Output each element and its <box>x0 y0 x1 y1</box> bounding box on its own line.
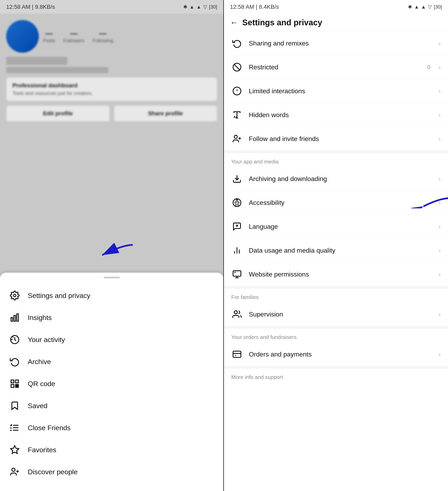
settings-item-website-permissions[interactable]: Website permissions › <box>224 263 448 286</box>
settings-icon <box>9 290 20 301</box>
sheet-handle <box>104 277 120 278</box>
avatar <box>6 20 39 53</box>
close-friends-icon: ✦ ✦ ✦ <box>9 422 20 434</box>
menu-item-discover-people[interactable]: Discover people <box>0 461 223 483</box>
chevron-orders: › <box>438 351 441 358</box>
svg-text:✦: ✦ <box>10 425 12 426</box>
left-panel: 12:58 AM | 9.8KB/s ✱ ▲ ▲ ▽ [30] — Posts … <box>0 0 224 491</box>
website-permissions-label: Website permissions <box>249 271 432 278</box>
archiving-label: Archiving and downloading <box>249 175 432 183</box>
activity-icon <box>9 334 20 345</box>
close-friends-label: Close Friends <box>28 424 71 432</box>
svg-rect-52 <box>233 351 241 358</box>
edit-profile-button[interactable]: Edit profile <box>6 105 110 122</box>
accessibility-icon <box>231 197 243 208</box>
accessibility-label: Accessibility <box>249 199 432 207</box>
menu-item-settings-privacy[interactable]: Settings and privacy <box>0 284 223 307</box>
restricted-value: 0 <box>427 64 430 70</box>
share-profile-button[interactable]: Share profile <box>114 105 217 122</box>
bluetooth-icon: ✱ <box>183 4 187 10</box>
settings-item-sharing-remixes[interactable]: Sharing and remixes › <box>224 31 448 55</box>
svg-point-0 <box>13 294 16 297</box>
data-usage-label: Data usage and media quality <box>249 247 432 254</box>
svg-text:✦: ✦ <box>10 430 12 431</box>
chevron-restricted: › <box>438 64 441 71</box>
svg-rect-1 <box>11 318 13 321</box>
settings-item-language[interactable]: Language › <box>224 215 448 239</box>
settings-item-supervision[interactable]: Supervision › <box>224 302 448 326</box>
settings-item-data-usage[interactable]: Data usage and media quality › <box>224 239 448 263</box>
settings-item-archiving[interactable]: Archiving and downloading › <box>224 167 448 191</box>
signal2-icon: ▲ <box>196 4 201 10</box>
settings-item-orders-payments[interactable]: Orders and payments › <box>224 342 448 366</box>
settings-item-follow-invite[interactable]: Follow and invite friends › <box>224 127 448 151</box>
settings-privacy-label: Settings and privacy <box>28 292 90 300</box>
archive-icon <box>9 356 20 367</box>
discover-people-label: Discover people <box>28 468 78 476</box>
chevron-accessibility: › <box>438 199 441 206</box>
discover-icon <box>9 466 20 478</box>
battery-icon: [30] <box>209 4 217 10</box>
menu-item-saved[interactable]: Saved <box>0 395 223 417</box>
menu-item-qr-code[interactable]: QR code <box>0 373 223 395</box>
pro-dashboard-card[interactable]: Professional dashboard Tools and resourc… <box>6 77 217 101</box>
section-label-families: For families <box>224 289 448 302</box>
svg-rect-47 <box>233 271 241 276</box>
svg-point-23 <box>12 468 15 472</box>
divider-families <box>224 286 448 289</box>
menu-item-archive[interactable]: Archive <box>0 351 223 373</box>
restricted-icon <box>231 61 243 73</box>
svg-text:Aa: Aa <box>234 115 238 119</box>
insights-label: Insights <box>28 314 52 322</box>
chevron-archiving: › <box>438 175 441 182</box>
status-icons-left: ✱ ▲ ▲ ▽ [30] <box>183 4 217 10</box>
chevron-hidden: › <box>438 111 441 118</box>
right-panel: 12:58 AM | 8.4KB/s ✱ ▲ ▲ ▽ [30] ← Settin… <box>224 0 448 491</box>
download-icon <box>231 173 243 184</box>
favorites-icon <box>9 444 20 455</box>
battery-icon-r: [30] <box>434 4 442 10</box>
settings-item-accessibility[interactable]: Accessibility › <box>224 191 448 215</box>
chevron-language: › <box>438 223 441 230</box>
qr-icon <box>9 378 20 389</box>
restricted-label: Restricted <box>249 64 421 71</box>
follow-invite-icon <box>231 133 243 144</box>
action-buttons: Edit profile Share profile <box>6 105 217 122</box>
menu-item-close-friends[interactable]: ✦ ✦ ✦ Close Friends <box>0 417 223 439</box>
signal2-icon-r: ▲ <box>421 4 426 10</box>
saved-label: Saved <box>28 402 47 410</box>
orders-payments-label: Orders and payments <box>249 351 432 358</box>
share-icon <box>231 38 243 49</box>
back-button[interactable]: ← <box>230 18 238 27</box>
section-label-more-info: More info and support <box>224 369 448 382</box>
limited-interactions-icon <box>231 85 243 97</box>
section-label-app-media: Your app and media <box>224 153 448 167</box>
svg-point-35 <box>234 135 237 138</box>
menu-item-your-activity[interactable]: Your activity <box>0 329 223 351</box>
hidden-words-label: Hidden words <box>249 111 432 119</box>
chevron-follow: › <box>438 135 441 142</box>
orders-icon <box>231 349 243 360</box>
chevron-website: › <box>438 271 441 278</box>
svg-point-51 <box>234 311 237 314</box>
wifi-icon: ▽ <box>203 4 207 10</box>
blurred-name <box>6 57 68 65</box>
settings-item-hidden-words[interactable]: Aa Hidden words › <box>224 103 448 127</box>
svg-marker-22 <box>11 446 19 453</box>
settings-item-restricted[interactable]: Restricted 0 › <box>224 55 448 79</box>
language-label: Language <box>249 223 432 230</box>
divider-app-media <box>224 151 448 153</box>
favorites-label: Favorites <box>28 446 56 454</box>
svg-rect-6 <box>16 380 18 383</box>
profile-top: — Posts — Followers — Following <box>6 20 217 53</box>
status-bar-right: 12:58 AM | 8.4KB/s ✱ ▲ ▲ ▽ [30] <box>224 0 448 14</box>
signal-icon: ▲ <box>189 4 194 10</box>
menu-item-insights[interactable]: Insights <box>0 307 223 329</box>
data-usage-icon <box>231 245 243 256</box>
settings-item-limited-interactions[interactable]: Limited interactions › <box>224 79 448 103</box>
menu-item-favorites[interactable]: Favorites <box>0 439 223 461</box>
section-label-orders: Your orders and fundraisers <box>224 329 448 342</box>
chevron-supervision: › <box>438 311 441 318</box>
svg-rect-8 <box>16 385 17 386</box>
follow-invite-label: Follow and invite friends <box>249 135 432 143</box>
